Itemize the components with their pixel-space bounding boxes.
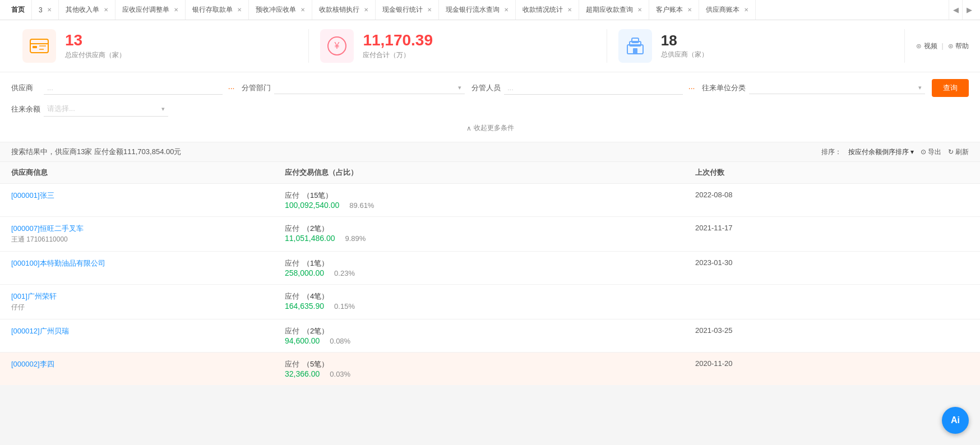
close-icon[interactable]: ✕ xyxy=(637,7,642,13)
nav-tab-home[interactable]: 首页 xyxy=(4,0,32,20)
nav-tab-supplier[interactable]: 供应商账本 ✕ xyxy=(699,0,756,20)
last-pay-date: 2023-01-30 xyxy=(695,258,969,267)
supplier-sub: 仔仔 xyxy=(11,303,285,312)
tx-info-cell: 应付 （5笔） 32,366.00 0.03% xyxy=(285,359,695,378)
tx-count: （4笔） xyxy=(303,291,329,302)
close-icon[interactable]: ✕ xyxy=(427,7,432,13)
close-icon[interactable]: ✕ xyxy=(47,7,52,13)
table-row: [000002]李四 应付 （5笔） 32,366.00 0.03% 2020-… xyxy=(0,353,980,385)
tx-count: （2笔） xyxy=(303,326,329,336)
nav-next-button[interactable]: ▶ xyxy=(962,0,976,20)
nav-tab-home-label: 首页 xyxy=(11,5,25,15)
tx-label: 应付 xyxy=(285,258,299,268)
tx-amount[interactable]: 94,600.00 xyxy=(285,336,320,345)
export-button[interactable]: ⊙ 导出 xyxy=(921,147,941,157)
tx-amount[interactable]: 164,635.90 xyxy=(285,302,324,310)
supplier-payable-icon xyxy=(22,29,56,63)
dept-select[interactable]: ▾ xyxy=(274,82,465,94)
last-pay-date: 2021-03-25 xyxy=(695,326,969,335)
collapse-button[interactable]: ∧ 收起更多条件 xyxy=(466,123,514,133)
nav-prev-button[interactable]: ◀ xyxy=(949,0,962,20)
export-label: 导出 xyxy=(928,147,941,157)
supplier-input[interactable] xyxy=(44,81,223,95)
nav-tab-supplier-label: 供应商账本 xyxy=(706,5,739,15)
data-table: 供应商信息 应付交易信息（占比） 上次付数 [000001]张三 应付 （15笔… xyxy=(0,162,980,385)
tx-amount[interactable]: 11,051,486.00 xyxy=(285,234,335,243)
tx-amount-row: 11,051,486.00 9.89% xyxy=(285,234,695,243)
total-suppliers-icon xyxy=(618,29,652,63)
chevron-up-icon: ∧ xyxy=(466,124,471,132)
supplier-link[interactable]: [000012]广州贝瑞 xyxy=(11,327,69,335)
close-icon[interactable]: ✕ xyxy=(687,7,692,13)
tx-amount[interactable]: 100,092,540.00 xyxy=(285,201,339,210)
supplier-link[interactable]: [000100]本特勤油品有限公司 xyxy=(11,259,105,267)
tx-amount-row: 94,600.00 0.08% xyxy=(285,336,695,345)
nav-tab-other-income[interactable]: 其他收入单 ✕ xyxy=(59,0,115,20)
tx-label: 应付 xyxy=(285,359,299,369)
sort-selector[interactable]: 按应付余额倒序排序 ▾ xyxy=(848,147,914,157)
payable-total-text: 11,170.39 应付合计（万） xyxy=(363,33,433,60)
payable-suppliers-text: 13 总应付供应商（家） xyxy=(65,33,126,60)
close-icon[interactable]: ✕ xyxy=(174,7,178,13)
nav-tab-prepay-label: 预收冲应收单 xyxy=(256,5,296,15)
supplier-link[interactable]: [000002]李四 xyxy=(11,360,54,368)
query-button[interactable]: 查询 xyxy=(932,79,969,97)
close-icon[interactable]: ✕ xyxy=(237,7,242,13)
top-nav: 首页 3 ✕ 其他收入单 ✕ 应收应付调整单 ✕ 银行存取款单 ✕ 预收冲应收单… xyxy=(0,0,980,20)
tx-info-cell: 应付 （2笔） 11,051,486.00 9.89% xyxy=(285,224,695,243)
supplier-link[interactable]: [000001]张三 xyxy=(11,191,54,200)
nav-tab-overdue[interactable]: 超期应收款查询 ✕ xyxy=(579,0,649,20)
nav-tab-adjust[interactable]: 应收应付调整单 ✕ xyxy=(115,0,186,20)
help-link[interactable]: ⊙ 帮助 xyxy=(948,41,969,51)
category-select[interactable]: ▾ xyxy=(749,82,926,94)
supplier-link[interactable]: [001]广州荣轩 xyxy=(11,292,57,300)
col-header-lastpay: 上次付数 xyxy=(695,168,969,178)
table-row: [000001]张三 应付 （15笔） 100,092,540.00 89.61… xyxy=(0,184,980,217)
close-icon[interactable]: ✕ xyxy=(744,7,748,13)
tx-amount[interactable]: 32,366.00 xyxy=(285,369,320,378)
col-header-tx: 应付交易信息（占比） xyxy=(285,168,695,178)
nav-tab-bank-label: 银行存取款单 xyxy=(192,5,233,15)
close-icon[interactable]: ✕ xyxy=(504,7,509,13)
filter-dept: 分管部门 ▾ xyxy=(242,82,465,94)
nav-tab-cash-stat[interactable]: 现金银行统计 ✕ xyxy=(376,0,439,20)
supplier-info-cell: [000007]恒旺二手叉车 王通 17106110000 xyxy=(11,224,285,244)
nav-tab-receipt-stat[interactable]: 收款情况统计 ✕ xyxy=(516,0,579,20)
tx-info-cell: 应付 （2笔） 94,600.00 0.08% xyxy=(285,326,695,345)
close-icon[interactable]: ✕ xyxy=(567,7,572,13)
video-link[interactable]: ⊙ 视频 xyxy=(916,41,937,51)
nav-tab-overdue-label: 超期应收款查询 xyxy=(586,5,633,15)
close-icon[interactable]: ✕ xyxy=(364,7,368,13)
nav-tab-prepay[interactable]: 预收冲应收单 ✕ xyxy=(249,0,312,20)
balance-select[interactable]: 请选择... ▾ xyxy=(44,101,168,117)
tx-amount[interactable]: 258,000.00 xyxy=(285,268,324,277)
chevron-down-icon: ▾ xyxy=(161,105,165,113)
table-header: 供应商信息 应付交易信息（占比） 上次付数 xyxy=(0,162,980,184)
filter-balance: 往来余额 请选择... ▾ xyxy=(11,101,168,117)
supplier-dots-icon[interactable]: ··· xyxy=(228,84,235,92)
collapse-label: 收起更多条件 xyxy=(474,123,514,133)
tx-percent: 89.61% xyxy=(349,201,374,210)
nav-tab-3[interactable]: 3 ✕ xyxy=(32,0,59,20)
nav-tab-bank[interactable]: 银行存取款单 ✕ xyxy=(186,0,249,20)
close-icon[interactable]: ✕ xyxy=(104,7,108,13)
last-pay-date: 2020-11-20 xyxy=(695,359,969,368)
summary-card-payable-suppliers: 13 总应付供应商（家） xyxy=(11,29,309,63)
total-suppliers-label: 总供应商（家） xyxy=(661,50,708,59)
person-input[interactable] xyxy=(504,81,683,95)
person-dots-icon[interactable]: ··· xyxy=(688,84,695,92)
result-actions: 排序： 按应付余额倒序排序 ▾ ⊙ 导出 ↻ 刷新 xyxy=(821,147,969,157)
nav-tab-customer[interactable]: 客户账本 ✕ xyxy=(649,0,699,20)
payable-suppliers-count: 13 xyxy=(65,33,126,48)
nav-tab-customer-label: 客户账本 xyxy=(656,5,683,15)
supplier-link[interactable]: [000007]恒旺二手叉车 xyxy=(11,224,84,233)
table-row: [000012]广州贝瑞 应付 （2笔） 94,600.00 0.08% 202… xyxy=(0,319,980,353)
collapse-bar: ∧ 收起更多条件 xyxy=(11,121,969,135)
nav-tab-verify[interactable]: 收款核销执行 ✕ xyxy=(312,0,376,20)
tx-row: 应付 （2笔） xyxy=(285,326,695,336)
refresh-button[interactable]: ↻ 刷新 xyxy=(948,147,969,157)
tx-percent: 9.89% xyxy=(345,234,366,243)
nav-tab-cash-flow[interactable]: 现金银行流水查询 ✕ xyxy=(439,0,516,20)
close-icon[interactable]: ✕ xyxy=(301,7,305,13)
table-row: [000100]本特勤油品有限公司 应付 （1笔） 258,000.00 0.2… xyxy=(0,252,980,285)
